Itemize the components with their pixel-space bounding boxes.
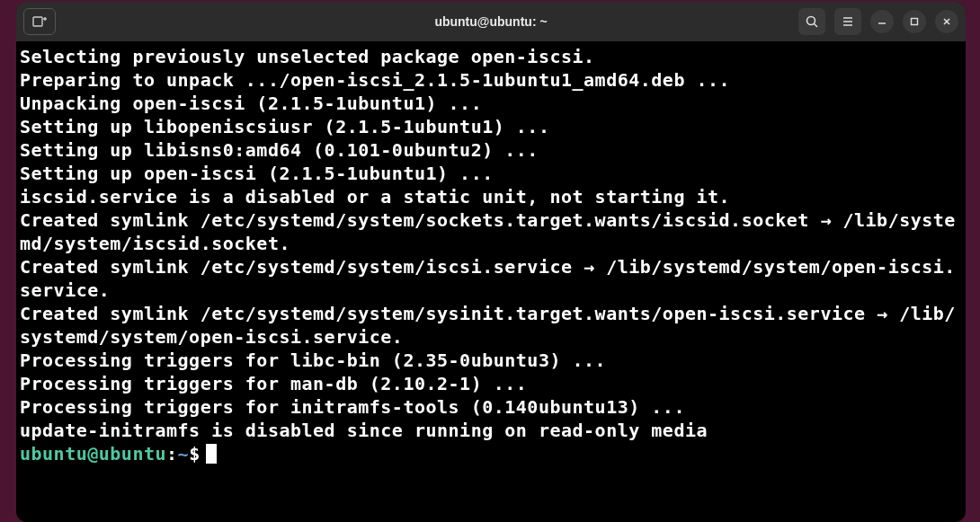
prompt-colon: : <box>166 442 178 465</box>
svg-rect-9 <box>912 19 918 25</box>
terminal-output-line: Processing triggers for libc-bin (2.35-0… <box>20 349 962 372</box>
svg-rect-0 <box>33 17 42 26</box>
svg-point-3 <box>807 17 815 25</box>
terminal-output-line: Unpacking open-iscsi (2.1.5-1ubuntu1) ..… <box>20 92 962 115</box>
search-button[interactable] <box>798 8 825 35</box>
terminal-output-line: Created symlink /etc/systemd/system/sock… <box>20 208 962 255</box>
window-title: ubuntu@ubuntu: ~ <box>434 14 547 29</box>
new-tab-icon <box>31 13 48 30</box>
svg-line-4 <box>815 24 818 28</box>
prompt-user-host: ubuntu@ubuntu <box>20 442 166 465</box>
terminal-output-line: update-initramfs is disabled since runni… <box>20 419 962 442</box>
terminal-output-line: iscsid.service is a disabled or a static… <box>20 185 962 208</box>
terminal-output-line: Processing triggers for man-db (2.10.2-1… <box>20 372 962 395</box>
terminal-output-line: Processing triggers for initramfs-tools … <box>20 395 962 419</box>
search-icon <box>805 14 819 29</box>
new-tab-button[interactable] <box>23 8 56 35</box>
titlebar-right <box>798 8 958 35</box>
terminal-output-line: Setting up open-iscsi (2.1.5-1ubuntu1) .… <box>20 162 962 185</box>
titlebar: ubuntu@ubuntu: ~ <box>16 2 966 41</box>
terminal-output-line: Selecting previously unselected package … <box>20 45 962 68</box>
titlebar-left <box>23 8 56 35</box>
minimize-icon <box>877 16 887 27</box>
terminal-output-line: Created symlink /etc/systemd/system/sysi… <box>20 302 962 349</box>
maximize-button[interactable] <box>903 10 926 33</box>
prompt-dollar: $ <box>189 442 200 465</box>
terminal-output-line: Created symlink /etc/systemd/system/iscs… <box>20 255 962 302</box>
cursor <box>206 444 217 464</box>
minimize-button[interactable] <box>870 10 894 33</box>
close-button[interactable] <box>935 10 958 33</box>
terminal-body[interactable]: Selecting previously unselected package … <box>16 41 966 522</box>
prompt-path: ~ <box>178 442 190 465</box>
maximize-icon <box>909 16 920 27</box>
prompt-line[interactable]: ubuntu@ubuntu:~$ <box>20 442 962 465</box>
close-icon <box>941 16 952 27</box>
terminal-output-line: Setting up libopeniscsiusr (2.1.5-1ubunt… <box>20 115 962 138</box>
terminal-output-line: Setting up libisns0:amd64 (0.101-0ubuntu… <box>20 138 962 162</box>
terminal-output-line: Preparing to unpack .../open-iscsi_2.1.5… <box>20 68 962 92</box>
hamburger-icon <box>841 14 855 29</box>
terminal-window: ubuntu@ubuntu: ~ <box>16 2 966 522</box>
menu-button[interactable] <box>834 8 861 35</box>
